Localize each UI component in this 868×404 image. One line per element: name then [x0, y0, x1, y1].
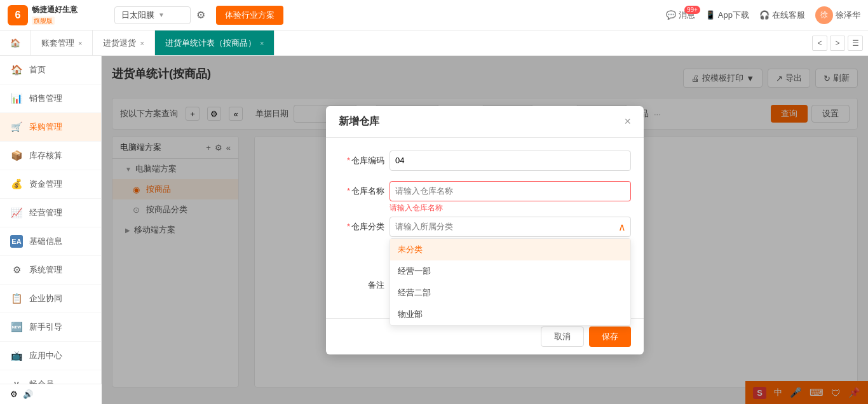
notification-item[interactable]: 💬 消息 99+	[666, 10, 695, 21]
store-selector-arrow: ▼	[158, 11, 165, 18]
top-header: 6 畅捷通好生意 旗舰版 日太阳膜 ▼ ⚙ 体验行业方案 💬 消息 99+ 📱 …	[0, 0, 868, 30]
sidebar-label-inventory: 库存核算	[29, 150, 62, 161]
sidebar-item-basics[interactable]: EA 基础信息	[0, 227, 101, 256]
dropdown-item-dept3[interactable]: 物业部	[390, 304, 630, 325]
user-item[interactable]: 徐 徐泽华	[815, 6, 860, 24]
sidebar-item-sales[interactable]: 📊 销售管理	[0, 84, 101, 113]
note-label: 备注	[339, 275, 390, 291]
code-input[interactable]	[390, 151, 631, 171]
category-input[interactable]	[390, 217, 631, 237]
modal-overlay: 新增仓库 × 仓库编码 仓库名称 请输入仓库名称	[102, 56, 868, 404]
logo-text: 畅捷通好生意 旗舰版	[32, 4, 78, 25]
enterprise-icon: 📋	[10, 292, 23, 305]
sidebar-label-operations: 经营管理	[29, 207, 62, 219]
sidebar-item-finance[interactable]: 💰 资金管理	[0, 170, 101, 199]
tab-purchase-stats[interactable]: 进货单统计表（按商品） ×	[155, 30, 275, 56]
sidebar-label-purchase: 采购管理	[29, 121, 62, 133]
dropdown-item-dept2[interactable]: 经营二部	[390, 282, 630, 304]
sidebar-label-home: 首页	[29, 64, 46, 76]
username: 徐泽华	[836, 10, 860, 21]
sidebar-item-operations[interactable]: 📈 经营管理	[0, 199, 101, 227]
store-name: 日太阳膜	[121, 10, 154, 21]
app-download-label: App下载	[718, 10, 749, 21]
logo-area: 6 畅捷通好生意 旗舰版	[8, 4, 109, 25]
sidebar-item-system[interactable]: ⚙ 系统管理	[0, 256, 101, 285]
system-icon: ⚙	[10, 264, 23, 276]
tab-prev-btn[interactable]: <	[812, 36, 827, 51]
appcenter-icon: 📺	[10, 349, 23, 362]
name-input[interactable]	[390, 181, 631, 201]
notification-badge: 99+	[684, 6, 700, 14]
modal-add-warehouse: 新增仓库 × 仓库编码 仓库名称 请输入仓库名称	[326, 106, 644, 354]
name-input-wrapper: 请输入仓库名称	[390, 181, 631, 201]
guide-icon: 🆕	[10, 321, 23, 333]
nav-tabs: 🏠 账套管理 × 进货退货 × 进货单统计表（按商品） × < > ☰	[0, 30, 868, 56]
dropdown-item-dept1[interactable]: 经营一部	[390, 260, 630, 282]
sidebar-label-basics: 基础信息	[29, 236, 62, 247]
online-service-label: 在线客服	[772, 10, 805, 21]
tab-close-accounts[interactable]: ×	[78, 39, 82, 47]
sidebar-label-system: 系统管理	[29, 264, 62, 276]
tab-home[interactable]: 🏠	[0, 30, 31, 56]
tab-next-btn[interactable]: >	[830, 36, 845, 51]
app-download-item[interactable]: 📱 App下载	[705, 10, 749, 21]
modal-header: 新增仓库 ×	[326, 106, 644, 138]
sidebar-bottom-icon1[interactable]: ⚙	[10, 389, 18, 399]
store-selector[interactable]: 日太阳膜 ▼	[114, 6, 191, 24]
tab-close-purchase-return[interactable]: ×	[140, 39, 144, 47]
content-area: 进货单统计(按商品) 🖨 按模板打印 ▼ ↗ 导出 ↻ 刷新 按以下方案查询	[102, 56, 868, 404]
sales-icon: 📊	[10, 92, 23, 105]
modal-title: 新增仓库	[339, 115, 379, 128]
modal-close-btn[interactable]: ×	[624, 116, 631, 127]
operations-icon: 📈	[10, 206, 23, 219]
notification-icon: 💬	[666, 10, 676, 20]
category-label: 仓库分类	[339, 217, 390, 232]
tab-close-purchase-stats[interactable]: ×	[260, 39, 264, 47]
form-row-name: 仓库名称 请输入仓库名称	[339, 181, 631, 201]
name-error-msg: 请输入仓库名称	[390, 203, 443, 212]
sidebar-item-home[interactable]: 🏠 首页	[0, 56, 101, 84]
sidebar-item-guide[interactable]: 🆕 新手引导	[0, 313, 101, 342]
basics-icon: EA	[10, 235, 23, 248]
sidebar-bottom-icon2[interactable]: 🔊	[23, 389, 33, 399]
sidebar-item-inventory[interactable]: 📦 库存核算	[0, 142, 101, 170]
category-dropdown-menu: 未分类 经营一部 经营二部 物业部	[390, 238, 631, 326]
logo-icon: 6	[8, 5, 28, 25]
sidebar-label-appcenter: 应用中心	[29, 350, 62, 361]
name-label: 仓库名称	[339, 181, 390, 197]
headset-icon: 🎧	[759, 10, 770, 20]
modal-body: 仓库编码 仓库名称 请输入仓库名称 仓库分类	[326, 138, 644, 318]
sidebar-bottom: ⚙ 🔊	[0, 384, 102, 404]
code-label: 仓库编码	[339, 151, 390, 166]
tab-menu-btn[interactable]: ☰	[848, 36, 863, 51]
dropdown-item-unclassified[interactable]: 未分类	[390, 239, 630, 260]
tab-accounts[interactable]: 账套管理 ×	[31, 30, 93, 56]
home-icon: 🏠	[10, 64, 23, 76]
finance-icon: 💰	[10, 178, 23, 191]
purchase-icon: 🛒	[10, 121, 23, 133]
online-service-item[interactable]: 🎧 在线客服	[759, 10, 805, 21]
save-btn[interactable]: 保存	[589, 327, 631, 347]
avatar: 徐	[815, 6, 833, 24]
sidebar-item-appcenter[interactable]: 📺 应用中心	[0, 342, 101, 370]
sidebar-label-finance: 资金管理	[29, 178, 62, 190]
cancel-btn[interactable]: 取消	[541, 327, 584, 347]
sidebar: 🏠 首页 📊 销售管理 🛒 采购管理 📦 库存核算 💰 资金管理 📈 经营管理 …	[0, 56, 102, 404]
dropdown-arrow-icon[interactable]: ∧	[618, 220, 626, 232]
category-dropdown-wrapper: ∧ 未分类 经营一部 经营二部 物业部	[390, 217, 631, 237]
tab-purchase-return[interactable]: 进货退货 ×	[93, 30, 154, 56]
sidebar-item-enterprise[interactable]: 📋 企业协同	[0, 285, 101, 313]
form-row-category: 仓库分类 ∧ 未分类 经营一部 经营二部 物业部	[339, 217, 631, 237]
header-right: 💬 消息 99+ 📱 App下载 🎧 在线客服 徐 徐泽华	[666, 6, 860, 24]
sidebar-label-sales: 销售管理	[29, 93, 62, 104]
main-layout: 🏠 首页 📊 销售管理 🛒 采购管理 📦 库存核算 💰 资金管理 📈 经营管理 …	[0, 56, 868, 404]
sidebar-label-guide: 新手引导	[29, 321, 62, 333]
settings-icon[interactable]: ⚙	[191, 5, 211, 25]
form-row-code: 仓库编码	[339, 151, 631, 171]
sidebar-label-enterprise: 企业协同	[29, 293, 62, 304]
tab-controls: < > ☰	[807, 36, 868, 51]
phone-icon: 📱	[705, 10, 715, 20]
inventory-icon: 📦	[10, 149, 23, 162]
sidebar-item-purchase[interactable]: 🛒 采购管理	[0, 113, 101, 142]
trial-button[interactable]: 体验行业方案	[216, 6, 283, 25]
